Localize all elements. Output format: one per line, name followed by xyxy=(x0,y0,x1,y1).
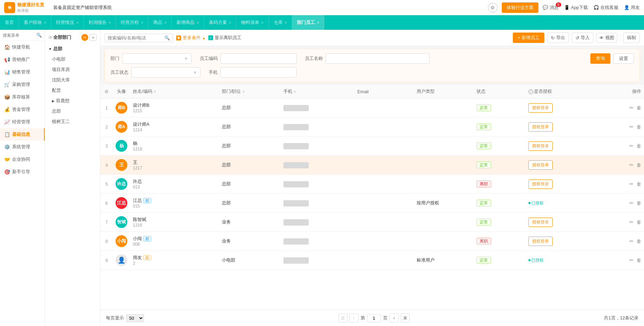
delete-icon[interactable]: 🗑 xyxy=(636,238,641,244)
all-dept-button[interactable]: ⊞ 全部部门 xyxy=(48,34,71,41)
tab-history[interactable]: 经营历程× xyxy=(116,15,148,30)
close-profit-tab[interactable]: × xyxy=(109,20,111,25)
auth-button[interactable]: 授权登录 xyxy=(528,160,553,170)
first-page-button[interactable]: 首 xyxy=(338,314,347,323)
sidebar-item-system[interactable]: ⚙️ 系统管理 xyxy=(0,141,45,153)
auth-button[interactable]: 授权登录 xyxy=(528,103,553,113)
tab-goods[interactable]: 商品× xyxy=(148,15,172,30)
tab-employee[interactable]: 部门员工× xyxy=(292,15,324,30)
edit-icon[interactable]: ✏ xyxy=(629,200,634,206)
dept-item-shenyang[interactable]: 沈阳大库 xyxy=(45,75,100,85)
page-size-select[interactable]: 50 100 200 xyxy=(126,314,144,322)
filter-empname-input[interactable] xyxy=(326,53,429,64)
filter-dept-select[interactable]: ▼ xyxy=(122,53,191,64)
import-button[interactable]: ↺ 导入 xyxy=(572,33,593,43)
page-number-input[interactable] xyxy=(367,314,381,322)
delete-icon[interactable]: 🗑 xyxy=(636,162,641,168)
filter-status-select[interactable]: ▼ xyxy=(131,67,200,78)
close-operation-tab[interactable]: × xyxy=(76,20,78,25)
delete-icon[interactable]: 🗑 xyxy=(636,219,641,225)
edit-icon[interactable]: ✏ xyxy=(629,105,634,111)
sidebar-item-ops[interactable]: 📈 经营管理 xyxy=(0,116,45,128)
message-button[interactable]: 💬 消息 6 xyxy=(543,5,559,11)
dept-item-zhishu[interactable]: 植树王二 xyxy=(45,116,100,127)
close-goods-tab[interactable]: × xyxy=(164,20,166,25)
dept-edit-icon[interactable]: ✏ xyxy=(81,34,88,41)
edit-icon[interactable]: ✏ xyxy=(629,124,634,130)
col-header-name[interactable]: 姓名/编码 ⇅ xyxy=(130,85,219,98)
delete-icon[interactable]: 🗑 xyxy=(636,143,641,149)
settings-button[interactable]: ⚙ xyxy=(488,3,498,12)
edit-icon[interactable]: ✏ xyxy=(629,257,634,263)
sidebar-search-input[interactable] xyxy=(3,33,35,38)
col-header-phone[interactable]: 手机 ⇅ xyxy=(281,85,355,98)
dept-collapse-icon[interactable]: « xyxy=(90,34,97,41)
last-page-button[interactable]: 末 xyxy=(401,314,410,323)
sidebar-item-sales[interactable]: 📊 销售管理 xyxy=(0,66,45,78)
tab-barcode[interactable]: 条码方案× xyxy=(204,15,236,30)
sidebar-item-basic[interactable]: 📋 基础信息 xyxy=(0,128,45,141)
sidebar-item-inventory[interactable]: 📦 库存核算 xyxy=(0,91,45,103)
close-barcode-tab[interactable]: × xyxy=(229,20,231,25)
tab-profit[interactable]: 利润报告× xyxy=(84,15,116,30)
delete-icon[interactable]: 🗑 xyxy=(636,200,641,206)
user-button[interactable]: 👤 用友 xyxy=(624,5,640,11)
show-resigned-toggle[interactable]: ✓ 显示离职员工 xyxy=(208,35,242,41)
add-employee-button[interactable]: + 新增员工 xyxy=(513,33,544,43)
experience-button[interactable]: 体验行业方案 xyxy=(502,2,538,13)
delete-icon[interactable]: 🗑 xyxy=(636,124,641,130)
close-customer-tab[interactable]: × xyxy=(44,20,46,25)
dept-item-project[interactable]: 项目库房 xyxy=(45,64,100,75)
close-history-tab[interactable]: × xyxy=(141,20,143,25)
sidebar-item-marketing[interactable]: 📢 营销推广 xyxy=(0,53,45,66)
delete-icon[interactable]: 🗑 xyxy=(636,181,641,187)
sidebar-item-navigation[interactable]: 🏠 快捷导航 xyxy=(0,41,45,53)
auth-button[interactable]: 授权登录 xyxy=(528,237,553,246)
edit-icon[interactable]: ✏ xyxy=(629,238,634,244)
view-toggle-button[interactable]: 👁 视图 xyxy=(596,33,617,43)
filter-phone-input[interactable] xyxy=(220,67,297,78)
edit-icon[interactable]: ✏ xyxy=(629,162,634,168)
dept-item-zongbu[interactable]: 总部 xyxy=(45,106,100,116)
edit-icon[interactable]: ✏ xyxy=(629,219,634,225)
close-bom-tab[interactable]: × xyxy=(261,20,263,25)
col-header-dept[interactable]: 部门/职位 ⇅ xyxy=(219,85,281,98)
tab-customer[interactable]: 客户联络× xyxy=(19,15,51,30)
next-page-button[interactable]: › xyxy=(390,314,399,323)
auth-button[interactable]: 授权登录 xyxy=(528,122,553,132)
set-button[interactable]: 设置 xyxy=(613,53,634,64)
close-warehouse-tab[interactable]: × xyxy=(285,20,287,25)
edit-view-button[interactable]: 辑制 xyxy=(623,33,640,43)
sidebar-item-purchase[interactable]: 🛒 采购管理 xyxy=(0,78,45,91)
search-input[interactable] xyxy=(108,35,163,41)
dept-item-root[interactable]: ▼ 总部 xyxy=(45,44,100,54)
close-add-goods-tab[interactable]: × xyxy=(197,20,199,25)
filter-empcode-input[interactable] xyxy=(220,53,297,64)
settings-col-icon[interactable]: ⚙ xyxy=(105,89,109,94)
tab-operation[interactable]: 经营情况× xyxy=(51,15,83,30)
online-service-button[interactable]: 🎧 在线客服 xyxy=(593,5,618,11)
edit-icon[interactable]: ✏ xyxy=(629,143,634,149)
delete-icon[interactable]: 🗑 xyxy=(636,257,641,263)
app-download-button[interactable]: 📱 App下载 xyxy=(564,5,588,11)
tab-warehouse[interactable]: 仓库× xyxy=(269,15,292,30)
export-button[interactable]: ↻ 导出 xyxy=(547,33,569,43)
tab-bom[interactable]: 物料清单× xyxy=(236,15,269,30)
sidebar-item-guide[interactable]: 🎯 新手引导 xyxy=(0,166,45,178)
auth-button[interactable]: 授权登录 xyxy=(528,141,553,151)
sidebar-item-collab[interactable]: 🤝 企业协同 xyxy=(0,153,45,166)
tab-home[interactable]: 首页 xyxy=(3,15,19,30)
auth-button[interactable]: 授权登录 xyxy=(528,218,553,227)
dept-item-peihu[interactable]: 配货 xyxy=(45,85,100,96)
search-icon[interactable]: 🔍 xyxy=(164,35,170,41)
dept-item-shuanglu[interactable]: ▶ 双鹿想 xyxy=(45,96,100,106)
more-filter-button[interactable]: 🔽 更多条件 ▲ xyxy=(176,35,206,41)
query-button[interactable]: 查询 xyxy=(590,53,610,64)
close-employee-tab[interactable]: × xyxy=(317,20,319,25)
delete-icon[interactable]: 🗑 xyxy=(636,105,641,111)
prev-page-button[interactable]: ‹ xyxy=(350,314,359,323)
edit-icon[interactable]: ✏ xyxy=(629,181,634,187)
tab-add-goods[interactable]: 新增商品× xyxy=(172,15,204,30)
dept-item-xiaodian[interactable]: 小电部 xyxy=(45,54,100,64)
sidebar-item-finance[interactable]: 💰 资金管理 xyxy=(0,103,45,116)
